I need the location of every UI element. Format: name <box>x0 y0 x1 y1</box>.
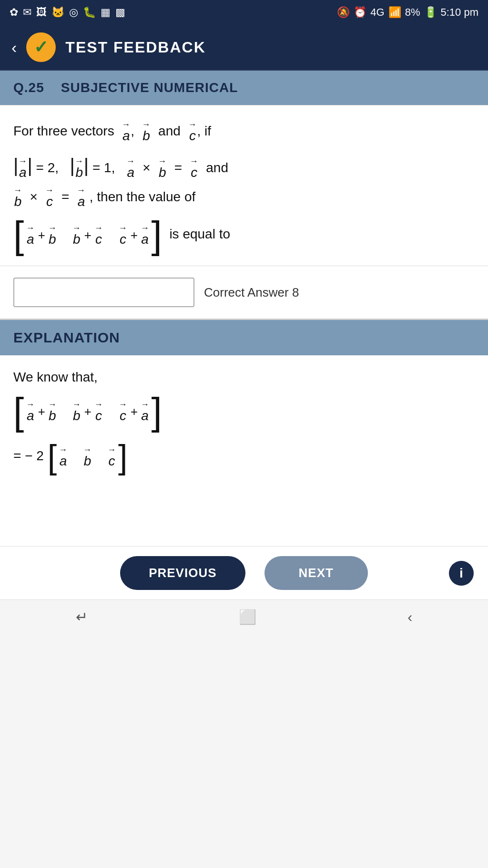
status-icons: ✿ ✉ 🖼 🐱 ◎ 🐛 ▦ ▩ <box>10 6 125 19</box>
exp2-left-bracket: [ <box>48 440 57 474</box>
circle-icon: ◎ <box>69 6 78 19</box>
back-button[interactable]: ‹ <box>11 39 17 55</box>
signal-bars-icon: 📶 <box>388 6 401 19</box>
previous-button[interactable]: PREVIOUS <box>120 556 245 590</box>
next-button[interactable]: NEXT <box>264 556 368 590</box>
settings-icon: ✿ <box>10 6 18 19</box>
battery-icon: 🔋 <box>424 6 437 19</box>
cell-ca: →c + →a <box>118 224 149 247</box>
answer-input-box[interactable] <box>13 278 194 307</box>
correct-answer-label: Correct Answer 8 <box>204 285 299 300</box>
alarm-icon: ⏰ <box>354 6 366 19</box>
exp2-cell-a: →a <box>59 445 68 469</box>
cat-icon: 🐱 <box>51 6 64 19</box>
checkmark-icon: ✓ <box>34 37 48 57</box>
exp-left-bracket: [ <box>13 393 24 431</box>
app-logo: ✓ <box>26 32 56 62</box>
question-number: Q.25 <box>13 80 44 95</box>
status-bar: ✿ ✉ 🖼 🐱 ◎ 🐛 ▦ ▩ 🔕 ⏰ 4G 📶 8% 🔋 5:10 pm <box>0 0 488 25</box>
explanation-matrix: [ →a + →b →b + →c →c + →a ] <box>13 393 162 431</box>
question-conditions: |→a| = 2, |→b| = 1, →a × →b = →c and <box>13 149 475 182</box>
explanation-body: We know that, [ →a + →b →b + →c →c + →a <box>0 355 488 546</box>
question-text-intro: For three vectors → a , → b and → c , if <box>13 120 475 144</box>
vec-c-intro: → c <box>188 120 197 144</box>
mail-icon: ✉ <box>23 6 31 19</box>
battery-percent: 8% <box>405 6 420 19</box>
system-nav-bar: ↵ ⬜ ‹ <box>0 599 488 634</box>
explanation-title: EXPLANATION <box>13 330 120 345</box>
cell-bc: →b + →c <box>72 224 103 247</box>
explanation-equals-line: = − 2 [ →a →b →c ] <box>13 440 475 474</box>
exp2-matrix-cells: →a →b →c <box>57 445 118 469</box>
exp2-right-bracket: ] <box>118 440 127 474</box>
exp-cell-ab: →a + →b <box>26 400 57 424</box>
cell-ab: →a + →b <box>26 224 57 247</box>
wifi-icon: ▦ <box>101 6 111 19</box>
app-header: ‹ ✓ TEST FEEDBACK <box>0 25 488 71</box>
right-bracket: ] <box>152 216 162 254</box>
matrix-expression: [ →a + →b →b + →c →c + →a ] <box>13 216 162 254</box>
vec-a-intro: → a <box>122 120 131 144</box>
image-icon: 🖼 <box>36 6 47 19</box>
vec-c-cross2: →c <box>45 186 54 209</box>
vec-b-intro: → b <box>142 120 151 144</box>
mute-icon: 🔕 <box>337 6 350 19</box>
vec-a-cross: →a <box>126 157 135 180</box>
info-icon: i <box>459 566 463 581</box>
vec-a-result2: →a <box>77 186 86 209</box>
answer-area: Correct Answer 8 <box>0 266 488 320</box>
question-body: For three vectors → a , → b and → c , if… <box>0 105 488 266</box>
exp2-cell-c: →c <box>107 445 116 469</box>
question-matrix: [ →a + →b →b + →c →c + →a ] <box>13 216 475 254</box>
home-icon[interactable]: ⬜ <box>239 609 256 625</box>
explanation-matrix-2: [ →a →b →c ] <box>48 440 128 474</box>
question-number-type: Q.25 SUBJECTIVE NUMERICAL <box>13 80 238 95</box>
network-4g-icon: 4G <box>370 6 384 19</box>
page-title: TEST FEEDBACK <box>65 39 205 56</box>
time-display: 5:10 pm <box>441 6 479 19</box>
question-condition2: →b × →c = →a , then the value of <box>13 186 475 209</box>
bottom-navigation: PREVIOUS NEXT i <box>0 546 488 599</box>
vec-a-abs: →a <box>18 157 27 180</box>
bug-icon: 🐛 <box>83 6 96 19</box>
exp2-cell-b: →b <box>83 445 92 469</box>
signal-icon: ▩ <box>115 6 125 19</box>
question-header: Q.25 SUBJECTIVE NUMERICAL <box>0 71 488 105</box>
info-button[interactable]: i <box>449 561 474 586</box>
vec-c-result: →c <box>190 157 199 180</box>
explanation-intro: We know that, <box>13 370 475 385</box>
explanation-header: EXPLANATION <box>0 320 488 355</box>
exp-matrix-cells: →a + →b →b + →c →c + →a <box>24 400 151 424</box>
vec-b-abs: →b <box>75 157 84 180</box>
vec-b-cross: →b <box>158 157 167 180</box>
left-bracket: [ <box>13 216 24 254</box>
question-type: SUBJECTIVE NUMERICAL <box>61 80 238 95</box>
vec-b-cross2: →b <box>13 186 22 209</box>
status-right-area: 🔕 ⏰ 4G 📶 8% 🔋 5:10 pm <box>337 6 478 19</box>
back-system-icon[interactable]: ‹ <box>407 609 412 625</box>
explanation-matrix-line: [ →a + →b →b + →c →c + →a ] <box>13 393 475 431</box>
recent-apps-icon[interactable]: ↵ <box>76 609 88 625</box>
matrix-cells: →a + →b →b + →c →c + →a <box>24 224 151 247</box>
exp-right-bracket: ] <box>152 393 162 431</box>
exp-cell-bc: →b + →c <box>72 400 103 424</box>
exp-cell-ca: →c + →a <box>118 400 149 424</box>
